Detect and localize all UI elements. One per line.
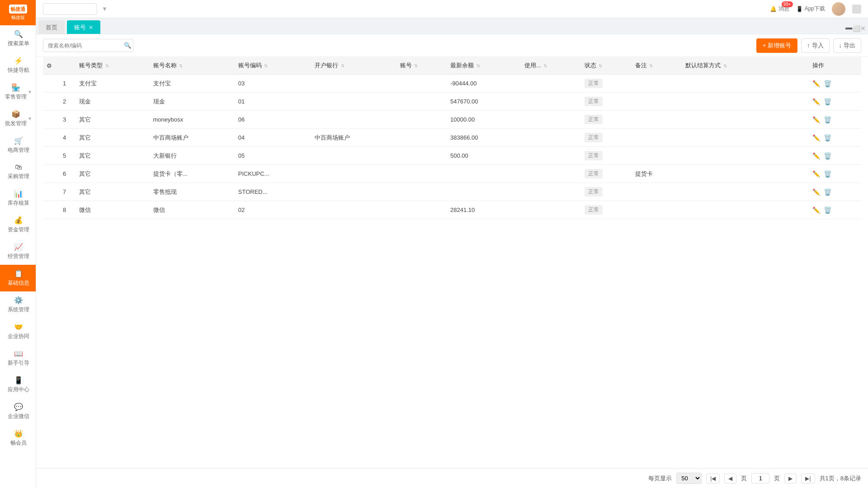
- delete-icon-5[interactable]: 🗑️: [824, 170, 831, 178]
- app-download-button[interactable]: 📱 App下载: [796, 5, 825, 13]
- row-num-4: 5: [59, 147, 75, 165]
- user-avatar-2[interactable]: [852, 5, 861, 14]
- delete-icon-3[interactable]: 🗑️: [824, 134, 831, 141]
- row-account-num-1: [396, 93, 447, 111]
- edit-icon-6[interactable]: ✏️: [812, 188, 820, 196]
- close-window-button[interactable]: ✕: [860, 25, 866, 32]
- export-button[interactable]: ↓ 导出: [833, 38, 862, 53]
- row-remark-5: 提货卡: [632, 165, 682, 183]
- sidebar-item-wechat[interactable]: 💬 企业微信: [0, 398, 36, 425]
- top-search-input[interactable]: [43, 3, 97, 15]
- delete-icon-6[interactable]: 🗑️: [824, 188, 831, 196]
- sidebar-item-search-menu[interactable]: 🔍 搜索菜单: [0, 25, 36, 52]
- capital-icon: 💰: [14, 216, 23, 225]
- account-search-input[interactable]: [43, 40, 120, 52]
- sidebar-item-ops[interactable]: 📈 经营管理: [0, 238, 36, 265]
- sidebar-item-inventory[interactable]: 📊 库存核算: [0, 185, 36, 211]
- row-num-5: 6: [59, 165, 75, 183]
- delete-icon-1[interactable]: 🗑️: [824, 98, 831, 105]
- row-settle-3: [682, 129, 808, 147]
- row-action-4: ✏️ 🗑️: [809, 147, 861, 165]
- sidebar-item-ecom[interactable]: 🛒 电商管理: [0, 132, 36, 159]
- first-page-button[interactable]: |◀: [706, 474, 720, 483]
- row-settings-6: [43, 183, 59, 201]
- row-type-7: 微信: [75, 201, 150, 219]
- edit-icon-7[interactable]: ✏️: [812, 206, 820, 214]
- edit-icon-1[interactable]: ✏️: [812, 98, 820, 105]
- sidebar-item-guide[interactable]: 📖 新手引导: [0, 345, 36, 371]
- col-status[interactable]: 状态 ⇅: [581, 57, 632, 75]
- sort-icon-settle: ⇅: [723, 63, 727, 68]
- col-account-num[interactable]: 账号 ⇅: [396, 57, 447, 75]
- minimize-button[interactable]: ➖: [845, 25, 853, 32]
- prev-page-button[interactable]: ◀: [724, 474, 736, 483]
- row-account-num-3: [396, 129, 447, 147]
- row-account-num-2: [396, 111, 447, 129]
- row-code-0: 03: [235, 75, 311, 93]
- edit-icon-2[interactable]: ✏️: [812, 116, 820, 123]
- col-settings[interactable]: ⚙: [43, 57, 59, 75]
- edit-icon-4[interactable]: ✏️: [812, 152, 820, 160]
- delete-icon-7[interactable]: 🗑️: [824, 206, 831, 214]
- header-dropdown-icon[interactable]: ▼: [102, 5, 108, 12]
- last-page-button[interactable]: ▶|: [801, 474, 815, 483]
- window-controls: ➖ ⬜ ✕: [100, 25, 868, 34]
- sidebar-item-quick-nav[interactable]: ⚡ 快捷导航: [0, 52, 36, 79]
- sidebar-item-label: 批发管理: [5, 120, 27, 127]
- page-size-select[interactable]: 50 20 100: [676, 473, 702, 484]
- edit-icon-3[interactable]: ✏️: [812, 134, 820, 141]
- col-balance[interactable]: 最新余额 ⇅: [447, 57, 521, 75]
- user-avatar[interactable]: [832, 2, 845, 16]
- row-name-1: 现金: [150, 93, 235, 111]
- page-label: 页: [741, 474, 747, 483]
- page-number-input[interactable]: [751, 473, 769, 483]
- app-download-label: App下载: [805, 5, 825, 13]
- edit-icon-0[interactable]: ✏️: [812, 80, 820, 87]
- sidebar-item-retail[interactable]: 🏪 零售管理 ▼: [0, 79, 36, 105]
- sidebar-item-purchase[interactable]: 🛍 采购管理: [0, 159, 36, 185]
- row-num-2: 3: [59, 111, 75, 129]
- sidebar-item-label: 电商管理: [8, 146, 29, 154]
- sidebar-item-app-center[interactable]: 📱 应用中心: [0, 371, 36, 398]
- delete-icon-0[interactable]: 🗑️: [824, 80, 831, 87]
- sidebar-item-corp[interactable]: 🤝 企业协同: [0, 318, 36, 345]
- sidebar-item-system[interactable]: ⚙️ 系统管理: [0, 291, 36, 318]
- sidebar-item-member[interactable]: 👑 畅会员: [0, 425, 36, 451]
- sidebar-item-basic-info[interactable]: 📋 基础信息: [0, 265, 36, 291]
- edit-icon-5[interactable]: ✏️: [812, 170, 820, 178]
- tab-home[interactable]: 首页: [38, 20, 65, 34]
- row-bank-1: [311, 93, 396, 111]
- table-row: 4 其它 中百商场账户 04 中百商场账户 383866.00 正常 ✏️ 🗑️: [43, 129, 861, 147]
- row-bank-4: [311, 147, 396, 165]
- tab-close-button[interactable]: ✕: [89, 24, 93, 31]
- next-page-button[interactable]: ▶: [784, 474, 797, 483]
- maximize-button[interactable]: ⬜: [853, 25, 860, 32]
- table-row: 6 其它 提货卡（零... PICKUPC... 正常 提货卡 ✏️ 🗑️: [43, 165, 861, 183]
- add-account-button[interactable]: + 新增账号: [756, 38, 797, 53]
- sidebar-item-capital[interactable]: 💰 资金管理: [0, 211, 36, 238]
- col-account-name[interactable]: 账号名称 ⇅: [150, 57, 235, 75]
- message-button[interactable]: 🔔 消息 99+: [770, 5, 789, 13]
- ecom-icon: 🛒: [14, 136, 23, 145]
- col-remark[interactable]: 备注 ⇅: [632, 57, 682, 75]
- sidebar-item-wholesale[interactable]: 📦 批发管理 ▼: [0, 105, 36, 132]
- col-account-type[interactable]: 账号类型 ⇅: [75, 57, 150, 75]
- search-button[interactable]: 🔍: [120, 39, 133, 52]
- import-button[interactable]: ↑ 导入: [801, 38, 830, 53]
- row-settle-4: [682, 147, 808, 165]
- row-remark-3: [632, 129, 682, 147]
- col-default-settle[interactable]: 默认结算方式 ⇅: [682, 57, 808, 75]
- col-open-bank[interactable]: 开户银行 ⇅: [311, 57, 396, 75]
- delete-icon-2[interactable]: 🗑️: [824, 116, 831, 123]
- row-bank-2: [311, 111, 396, 129]
- tab-account[interactable]: 账号 ✕: [67, 20, 100, 34]
- row-status-4: 正常: [581, 147, 632, 165]
- col-account-code[interactable]: 账号编码 ⇅: [235, 57, 311, 75]
- sort-icon-balance: ⇅: [476, 63, 480, 68]
- row-remark-7: [632, 201, 682, 219]
- row-remark-6: [632, 183, 682, 201]
- sidebar-item-label: 快捷导航: [8, 66, 29, 74]
- col-usage[interactable]: 使用... ⇅: [521, 57, 581, 75]
- tab-home-label: 首页: [46, 23, 57, 32]
- delete-icon-4[interactable]: 🗑️: [824, 152, 831, 160]
